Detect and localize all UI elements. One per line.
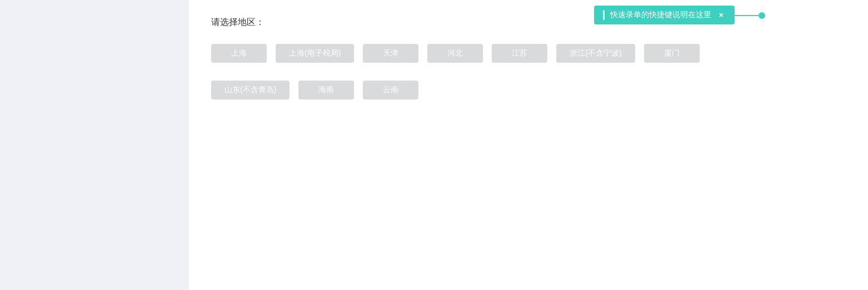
- region-btn-shanghai-etax[interactable]: 上海(电子税局): [276, 44, 354, 63]
- main-content: 请选择地区： 上海上海(电子税局)天津河北江苏浙江(不含宁波)厦门山东(不含青岛…: [189, 0, 868, 290]
- tooltip-close-button[interactable]: ×: [717, 11, 726, 19]
- region-btn-hebei[interactable]: 河北: [427, 44, 483, 63]
- left-sidebar: [0, 0, 189, 290]
- tooltip-bar: [603, 10, 605, 20]
- region-btn-hainan[interactable]: 海南: [298, 81, 354, 99]
- region-btn-yunnan[interactable]: 云南: [363, 81, 418, 99]
- region-row-1: 上海上海(电子税局)天津河北江苏浙江(不含宁波)厦门: [211, 44, 700, 63]
- tooltip-text: 快速录单的快捷键说明在这里: [610, 10, 711, 20]
- region-row-2: 山东(不含青岛)海南云南: [211, 81, 418, 99]
- tooltip-connector-dot: [759, 12, 765, 19]
- tooltip-connector-line: [735, 15, 759, 16]
- region-btn-jiangsu[interactable]: 江苏: [492, 44, 547, 63]
- region-btn-tianjin[interactable]: 天津: [363, 44, 418, 63]
- page-title: 请选择地区：: [211, 17, 846, 28]
- region-btn-shandong[interactable]: 山东(不含青岛): [211, 81, 290, 99]
- region-buttons-container: 上海上海(电子税局)天津河北江苏浙江(不含宁波)厦门山东(不含青岛)海南云南: [211, 44, 846, 99]
- region-btn-xiamen[interactable]: 厦门: [644, 44, 700, 63]
- tooltip-banner: 快速录单的快捷键说明在这里 ×: [594, 6, 735, 24]
- region-btn-zhejiang[interactable]: 浙江(不含宁波): [556, 44, 635, 63]
- region-btn-shanghai[interactable]: 上海: [211, 44, 267, 63]
